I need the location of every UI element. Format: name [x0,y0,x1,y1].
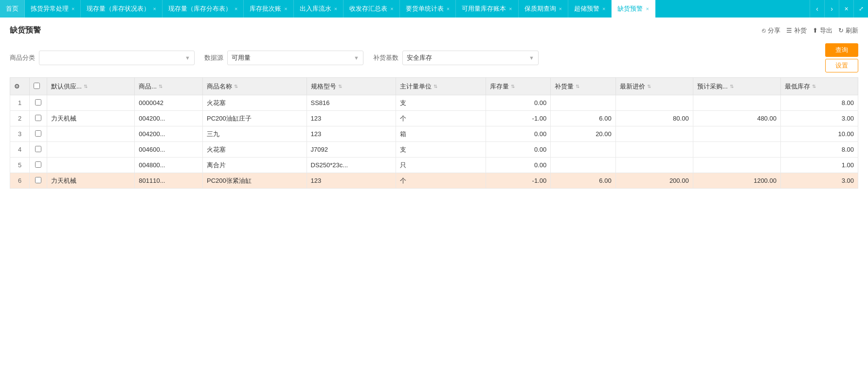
min-stock-column-header: 最低库存 ⇅ [780,78,858,95]
min-stock-cell: 8.00 [780,142,858,158]
close-icon[interactable]: × [153,6,156,12]
row-checkbox-cell[interactable] [30,111,47,126]
replenish-qty-cell [551,158,615,173]
row-checkbox[interactable] [35,99,41,106]
row-checkbox[interactable] [35,130,41,137]
row-checkbox[interactable] [35,161,41,168]
nav-tab-batch-account-label: 库存批次账 [250,4,281,13]
supplier-cell [47,142,135,158]
spec-cell: 123 [307,111,396,126]
replenish-qty-column-label: 补货量 [555,82,574,91]
close-icon[interactable]: × [390,6,393,12]
product-name-cell: PC200张紧油缸 [203,173,307,189]
chevron-down-icon: ▼ [354,55,359,61]
latest-price-cell [615,158,693,173]
nav-close-button[interactable]: × [839,0,853,18]
close-icon[interactable]: × [447,6,450,12]
sort-icon[interactable]: ⇅ [576,84,579,89]
sort-icon[interactable]: ⇅ [338,84,342,89]
sort-icon[interactable]: ⇅ [812,84,816,89]
filter-row: 商品分类 ▼ 数据源 可用量 ▼ 补货基数 安全库存 ▼ 查询 设置 [10,43,858,72]
replenish-basis-filter-group: 补货基数 安全库存 ▼ [373,51,539,65]
nav-tab-expiry-query[interactable]: 保质期查询 × [519,0,568,18]
settings-button[interactable]: 设置 [825,59,858,72]
row-checkbox-cell[interactable] [30,126,47,142]
gear-icon[interactable]: ⚙ [14,83,20,90]
share-button[interactable]: ⎋ 分享 [762,26,780,35]
nav-tab-inventory-status[interactable]: 现存量（库存状况表） × [81,0,162,18]
close-icon[interactable]: × [509,6,512,12]
close-icon[interactable]: × [72,6,74,12]
row-checkbox-cell[interactable] [30,95,47,111]
table-row[interactable]: 5 004800... 离合片 DS250*23c... 只 0.00 1.00 [10,158,858,173]
chevron-down-icon: ▼ [529,55,534,61]
query-button[interactable]: 查询 [825,43,858,57]
nav-prev-button[interactable]: ‹ [810,0,824,18]
category-select[interactable]: ▼ [39,51,195,65]
checkbox-column-header [30,78,47,95]
nav-tab-available-ledger[interactable]: 可用量库存账本 × [456,0,518,18]
replenish-basis-select[interactable]: 安全库存 ▼ [402,51,539,65]
supplier-column-header: 默认供应... ⇅ [47,78,135,95]
row-checkbox-cell[interactable] [30,158,47,173]
datasource-select[interactable]: 可用量 ▼ [227,51,363,65]
product-code-cell: 004200... [135,126,203,142]
close-icon[interactable]: × [334,6,337,12]
nav-tab-requisition-stats[interactable]: 要货单统计表 × [400,0,456,18]
sort-icon[interactable]: ⇅ [647,84,651,89]
supplier-cell [47,126,135,142]
estimated-purchase-cell [693,158,780,173]
row-checkbox-cell[interactable] [30,173,47,189]
sort-icon[interactable]: ⇅ [434,84,437,89]
row-checkbox[interactable] [35,115,41,121]
table-row[interactable]: 2 力天机械 004200... PC200油缸庄子 123 个 -1.00 6… [10,111,858,126]
product-code-cell: 801110... [135,173,203,189]
close-icon[interactable]: × [646,6,649,12]
nav-tab-inout-flow[interactable]: 出入库流水 × [294,0,344,18]
nav-next-button[interactable]: › [824,0,839,18]
table-row[interactable]: 1 0000042 火花塞 SS816 支 0.00 8.00 [10,95,858,111]
nav-tab-overstock[interactable]: 超储预警 × [568,0,612,18]
nav-tab-batch-account[interactable]: 库存批次账 × [244,0,293,18]
estimated-purchase-cell: 480.00 [693,111,780,126]
table-row[interactable]: 4 004600... 火花塞 J7092 支 0.00 8.00 [10,142,858,158]
settings-column-header[interactable]: ⚙ [10,78,30,95]
refresh-button[interactable]: ↻ 刷新 [838,26,858,35]
select-all-checkbox[interactable] [34,83,40,89]
sort-icon[interactable]: ⇅ [159,84,163,89]
nav-expand-button[interactable]: ⤢ [853,0,868,18]
sort-icon[interactable]: ⇅ [234,84,238,89]
row-checkbox[interactable] [35,177,41,183]
replenish-qty-cell: 6.00 [551,173,615,189]
table-body: 1 0000042 火花塞 SS816 支 0.00 8.00 2 力天机械 0… [10,95,858,189]
nav-tab-exception[interactable]: 拣货异常处理 × [25,0,81,18]
nav-tab-inventory-dist[interactable]: 现存量（库存分布表） × [163,0,244,18]
nav-tab-expiry-query-label: 保质期查询 [524,4,556,13]
sort-icon[interactable]: ⇅ [730,84,734,89]
nav-tab-inventory-dist-label: 现存量（库存分布表） [168,4,232,13]
nav-tab-shortage[interactable]: 缺货预警 × [612,0,655,18]
close-icon[interactable]: × [284,6,287,12]
export-button[interactable]: ⬆ 导出 [813,26,832,35]
row-number: 6 [10,173,30,189]
unit-cell: 个 [396,173,486,189]
nav-tab-home[interactable]: 首页 [0,0,25,18]
close-icon[interactable]: × [602,6,605,12]
row-checkbox-cell[interactable] [30,142,47,158]
table-row[interactable]: 3 004200... 三九 123 箱 0.00 20.00 10.00 [10,126,858,142]
product-name-column-header: 商品名称 ⇅ [203,78,307,95]
row-number: 2 [10,111,30,126]
replenish-button[interactable]: ☰ 补货 [786,26,807,35]
sort-icon[interactable]: ⇅ [84,84,88,89]
export-label: 导出 [820,26,832,35]
spec-cell: 123 [307,126,396,142]
row-checkbox[interactable] [35,146,41,152]
unit-cell: 箱 [396,126,486,142]
sort-icon[interactable]: ⇅ [511,84,515,89]
close-icon[interactable]: × [559,6,562,12]
latest-price-column-label: 最新进价 [620,82,645,91]
table-row[interactable]: 6 力天机械 801110... PC200张紧油缸 123 个 -1.00 6… [10,173,858,189]
nav-tab-collect-summary[interactable]: 收发存汇总表 × [344,0,399,18]
close-icon[interactable]: × [235,6,237,12]
share-icon: ⎋ [762,27,766,34]
